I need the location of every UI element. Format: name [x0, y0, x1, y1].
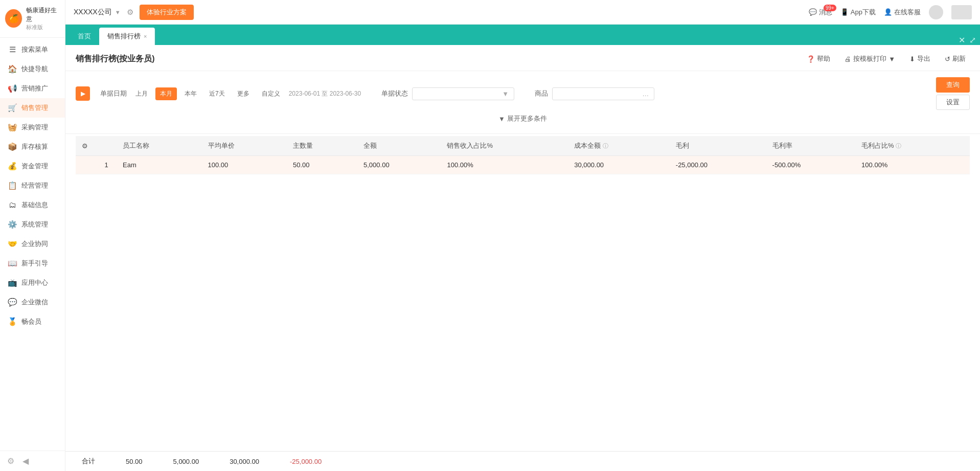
app-center-icon: 📺 [7, 278, 17, 287]
sidebar-nav: ☰ 搜索菜单 🏠 快捷导航 📢 营销推广 🛒 销售管理 🧺 采购管理 📦 库存核… [0, 38, 65, 451]
message-badge: 99+ [824, 5, 836, 11]
app-download-label: App下载 [851, 8, 876, 17]
table-row: 1 Eam 100.00 50.00 5,000.00 100.00% 30,0… [76, 156, 970, 174]
sidebar-label-member: 畅会员 [21, 317, 41, 326]
query-button[interactable]: 查询 [936, 77, 970, 93]
sidebar: 🍊 畅康通好生意 标准版 ☰ 搜索菜单 🏠 快捷导航 📢 营销推广 🛒 销售管理… [0, 0, 65, 471]
tab-bar-expand-icon[interactable]: ⤢ [969, 35, 976, 45]
date-btn-custom[interactable]: 自定义 [257, 87, 285, 100]
sidebar-label-quick-nav: 快捷导航 [21, 64, 48, 74]
sidebar-label-beginner: 新手引导 [21, 259, 48, 268]
app-sub: 标准版 [26, 24, 60, 31]
sidebar-label-operations: 经营管理 [21, 181, 48, 190]
date-btn-7days[interactable]: 近7天 [204, 87, 230, 100]
tab-sales-ranking[interactable]: 销售排行榜 × [99, 28, 155, 45]
col-settings[interactable]: ⚙ [76, 136, 96, 156]
date-btn-this-year[interactable]: 本年 [180, 87, 201, 100]
status-select-value [418, 90, 420, 98]
help-button[interactable]: ❓ 帮助 [803, 52, 834, 65]
page-title: 销售排行榜(按业务员) [76, 54, 155, 64]
footer-total-label: 合计 [82, 457, 95, 466]
page-actions: ❓ 帮助 🖨 按模板打印 ▼ ⬇ 导出 ↺ 刷新 [803, 52, 970, 65]
row-amount: 5,000.00 [357, 156, 441, 174]
filter-area: ▶ 单据日期 上月 本月 本年 近7天 更多 自定义 2023-06-01 至 … [65, 71, 980, 134]
status-filter: 单据状态 ▼ [381, 87, 514, 100]
system-icon: ⚙️ [7, 220, 17, 229]
export-button[interactable]: ⬇ 导出 [905, 52, 935, 65]
industry-button[interactable]: 体验行业方案 [140, 5, 194, 20]
tab-close-icon[interactable]: × [144, 33, 147, 39]
col-gross-pct: 毛利占比% ⓘ [855, 136, 970, 156]
sidebar-label-purchase: 采购管理 [21, 123, 48, 132]
expand-more-conditions[interactable]: ▼ 展开更多条件 [76, 110, 970, 127]
row-rank: 1 [96, 156, 117, 174]
sidebar-label-finance: 资金管理 [21, 162, 48, 171]
online-service-item[interactable]: 👤 在线客服 [884, 8, 921, 17]
user-avatar[interactable] [929, 5, 943, 19]
sidebar-label-app-center: 应用中心 [21, 278, 48, 287]
col-rank [96, 136, 117, 156]
user-name-placeholder [951, 5, 972, 19]
status-filter-label: 单据状态 [381, 89, 408, 98]
date-btn-more[interactable]: 更多 [233, 87, 254, 100]
sidebar-item-system[interactable]: ⚙️ 系统管理 [0, 215, 65, 234]
date-btn-this-month[interactable]: 本月 [155, 87, 177, 100]
tab-bar: 首页 销售排行榜 × ✕ ⤢ [65, 25, 980, 45]
refresh-button[interactable]: ↺ 刷新 [941, 52, 970, 65]
tab-bar-close-icon[interactable]: ✕ [959, 35, 965, 45]
status-select[interactable]: ▼ [412, 87, 514, 100]
sidebar-label-inventory: 库存核算 [21, 142, 48, 151]
sidebar-item-operations[interactable]: 📋 经营管理 [0, 176, 65, 195]
sidebar-item-quick-nav[interactable]: 🏠 快捷导航 [0, 59, 65, 79]
cost-info-icon: ⓘ [603, 143, 608, 149]
sidebar-item-member[interactable]: 🏅 畅会员 [0, 312, 65, 331]
sidebar-item-wechat[interactable]: 💬 企业微信 [0, 293, 65, 312]
status-select-arrow: ▼ [502, 90, 509, 98]
sidebar-item-beginner[interactable]: 📖 新手引导 [0, 254, 65, 273]
sidebar-item-finance[interactable]: 💰 资金管理 [0, 156, 65, 176]
company-name: XXXXX公司 [74, 8, 112, 17]
sidebar-item-inventory[interactable]: 📦 库存核算 [0, 137, 65, 156]
goods-filter-label: 商品 [535, 89, 548, 98]
template-print-button[interactable]: 🖨 按模板打印 ▼ [840, 52, 899, 65]
action-buttons: 查询 设置 [936, 77, 970, 110]
settings-icon[interactable]: ⚙ [127, 8, 133, 17]
company-dropdown-icon: ▼ [115, 9, 121, 15]
collapse-sidebar-icon[interactable]: ◀ [22, 456, 29, 466]
sidebar-item-sales[interactable]: 🛒 销售管理 [0, 98, 65, 118]
sidebar-item-basic-info[interactable]: 🗂 基础信息 [0, 195, 65, 215]
tab-home[interactable]: 首页 [70, 28, 99, 45]
goods-select-value [558, 90, 560, 98]
goods-select[interactable]: … [552, 87, 654, 100]
table-area: ⚙ 员工名称 平均单价 主数量 全额 销售收入占比% 成本全额 ⓘ 毛利 毛利率… [65, 136, 980, 174]
tab-home-label: 首页 [78, 32, 91, 41]
message-item[interactable]: 💬 消息 99+ [809, 8, 832, 17]
date-range-display: 2023-06-01 至 2023-06-30 [289, 89, 361, 98]
sidebar-item-marketing[interactable]: 📢 营销推广 [0, 79, 65, 98]
sidebar-item-app-center[interactable]: 📺 应用中心 [0, 273, 65, 293]
goods-select-arrow: … [642, 90, 649, 98]
date-btn-last-month[interactable]: 上月 [131, 87, 152, 100]
settings-button[interactable]: 设置 [936, 95, 970, 110]
filter-row: ▶ 单据日期 上月 本月 本年 近7天 更多 自定义 2023-06-01 至 … [76, 77, 970, 110]
sidebar-item-purchase[interactable]: 🧺 采购管理 [0, 118, 65, 137]
purchase-icon: 🧺 [7, 123, 17, 132]
quick-nav-icon: 🏠 [7, 64, 17, 74]
print-icon: 🖨 [845, 55, 851, 63]
settings-bottom-icon[interactable]: ⚙ [7, 456, 14, 466]
top-header: XXXXX公司 ▼ ⚙ 体验行业方案 💬 消息 99+ 📱 App下载 👤 在线… [65, 0, 980, 25]
col-sales-pct: 销售收入占比% [441, 136, 568, 156]
app-download-item[interactable]: 📱 App下载 [840, 8, 876, 17]
data-table: ⚙ 员工名称 平均单价 主数量 全额 销售收入占比% 成本全额 ⓘ 毛利 毛利率… [76, 136, 970, 174]
sidebar-logo: 🍊 畅康通好生意 标准版 [0, 0, 65, 38]
app-logo-icon: 🍊 [5, 9, 22, 28]
sidebar-label-enterprise-collab: 企业协同 [21, 239, 48, 249]
company-selector[interactable]: XXXXX公司 ▼ [74, 8, 121, 17]
sidebar-item-enterprise-collab[interactable]: 🤝 企业协同 [0, 234, 65, 254]
col-avg-price: 平均单价 [202, 136, 287, 156]
row-gross: -25,000.00 [670, 156, 766, 174]
col-quantity: 主数量 [287, 136, 357, 156]
col-amount: 全额 [357, 136, 441, 156]
expand-filter-button[interactable]: ▶ [76, 86, 90, 101]
sidebar-item-search-order[interactable]: ☰ 搜索菜单 [0, 40, 65, 59]
